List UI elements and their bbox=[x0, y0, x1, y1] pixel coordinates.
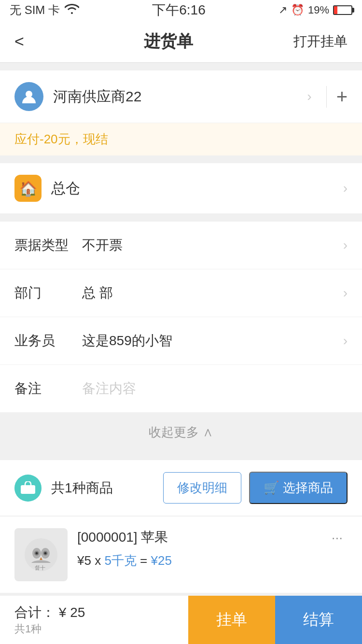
products-count: 共1种商品 bbox=[51, 479, 163, 497]
battery-icon bbox=[333, 5, 352, 15]
invoice-label: 票据类型 bbox=[14, 236, 82, 254]
salesman-chevron-icon: › bbox=[343, 333, 348, 349]
product-more-button[interactable]: ··· bbox=[327, 528, 348, 547]
total-amount: ¥ 25 bbox=[59, 605, 85, 620]
page-title: 进货单 bbox=[144, 30, 193, 53]
collapse-label: 收起更多 ∧ bbox=[149, 425, 213, 439]
bag-icon bbox=[20, 481, 36, 495]
remark-label: 备注 bbox=[14, 379, 82, 398]
equals-sign: = bbox=[140, 553, 151, 568]
carrier-label: 无 SIM 卡 bbox=[10, 2, 60, 18]
svg-point-7 bbox=[36, 552, 38, 555]
product-info: [0000001] 苹果 ¥5 x 5千克 = ¥25 bbox=[77, 528, 327, 569]
products-header: 共1种商品 修改明细 🛒 选择商品 bbox=[0, 460, 362, 516]
status-bar: 无 SIM 卡 下午6:16 ↗ ⏰ 19% bbox=[0, 0, 362, 20]
nav-bar: < 进货单 打开挂单 bbox=[0, 20, 362, 63]
total-section: 合计： ¥ 25 共1种 bbox=[0, 603, 188, 636]
salesman-value: 这是859的小智 bbox=[82, 332, 343, 350]
unit-price: ¥5 bbox=[77, 553, 91, 568]
checkout-button[interactable]: 结算 bbox=[275, 596, 362, 644]
person-icon bbox=[20, 88, 38, 105]
products-icon bbox=[14, 475, 42, 502]
collapse-bar[interactable]: 收起更多 ∧ bbox=[0, 412, 362, 452]
hang-button[interactable]: 挂单 bbox=[188, 596, 275, 644]
svg-rect-1 bbox=[21, 485, 35, 494]
invoice-value: 不开票 bbox=[82, 236, 343, 254]
warehouse-icon: 🏠 bbox=[14, 175, 42, 202]
salesman-label: 业务员 bbox=[14, 332, 82, 350]
add-supplier-button[interactable]: + bbox=[326, 86, 348, 108]
form-card: 票据类型 不开票 › 部门 总 部 › 业务员 这是859的小智 › 备注 备注… bbox=[0, 221, 362, 412]
warehouse-name: 总仓 bbox=[51, 179, 343, 198]
main-content: 河南供应商22 › + 应付-20元，现结 🏠 总仓 › 票据类型 不开票 › … bbox=[0, 70, 362, 641]
edit-detail-button[interactable]: 修改明细 bbox=[163, 472, 241, 504]
salesman-row[interactable]: 业务员 这是859的小智 › bbox=[0, 317, 362, 364]
department-label: 部门 bbox=[14, 284, 82, 302]
supplier-avatar bbox=[14, 82, 43, 111]
product-name: [0000001] 苹果 bbox=[77, 528, 327, 546]
total-label: 合计： bbox=[14, 605, 55, 620]
battery-percent: 19% bbox=[308, 4, 329, 16]
status-left: 无 SIM 卡 bbox=[10, 2, 79, 18]
select-product-label: 选择商品 bbox=[283, 479, 333, 496]
quantity: 5千克 bbox=[104, 553, 136, 568]
products-section: 共1种商品 修改明细 🛒 选择商品 督十 bbox=[0, 460, 362, 593]
warehouse-card[interactable]: 🏠 总仓 › bbox=[0, 163, 362, 213]
invoice-chevron-icon: › bbox=[343, 238, 348, 253]
supplier-card: 河南供应商22 › + 应付-20元，现结 bbox=[0, 70, 362, 155]
department-row[interactable]: 部门 总 部 › bbox=[0, 269, 362, 317]
svg-point-8 bbox=[44, 552, 47, 555]
notice-bar: 应付-20元，现结 bbox=[0, 123, 362, 155]
bottom-bar: 合计： ¥ 25 共1种 挂单 结算 bbox=[0, 596, 362, 644]
status-right: ↗ ⏰ 19% bbox=[278, 4, 352, 16]
select-icon: 🛒 bbox=[264, 480, 279, 495]
open-hang-button[interactable]: 打开挂单 bbox=[293, 32, 348, 51]
alarm-icon: ⏰ bbox=[291, 4, 304, 16]
product-thumbnail: 督十 bbox=[14, 528, 68, 581]
total-row: 合计： ¥ 25 bbox=[14, 603, 174, 622]
svg-text:督十: 督十 bbox=[35, 565, 45, 571]
svg-point-0 bbox=[26, 91, 32, 98]
product-title: 苹果 bbox=[141, 530, 168, 545]
wifi-icon bbox=[65, 3, 79, 17]
product-price: ¥5 x 5千克 = ¥25 bbox=[77, 552, 327, 569]
remark-row[interactable]: 备注 备注内容 bbox=[0, 364, 362, 412]
total-count: 共1种 bbox=[14, 622, 174, 636]
remark-input[interactable]: 备注内容 bbox=[82, 379, 348, 398]
warehouse-chevron-icon: › bbox=[343, 181, 348, 196]
department-chevron-icon: › bbox=[343, 285, 348, 301]
product-id: [0000001] bbox=[77, 530, 138, 545]
notice-text: 应付-20元，现结 bbox=[14, 132, 108, 146]
supplier-chevron-icon: › bbox=[307, 89, 311, 104]
location-icon: ↗ bbox=[278, 4, 287, 16]
department-value: 总 部 bbox=[82, 284, 343, 302]
product-item: 督十 [0000001] 苹果 ¥5 x 5千克 = ¥25 ··· bbox=[0, 516, 362, 593]
status-time: 下午6:16 bbox=[152, 1, 206, 19]
owl-logo: 督十 bbox=[24, 538, 58, 572]
supplier-name: 河南供应商22 bbox=[53, 87, 307, 107]
supplier-row[interactable]: 河南供应商22 › + bbox=[0, 70, 362, 123]
select-product-button[interactable]: 🛒 选择商品 bbox=[249, 472, 348, 504]
product-total: ¥25 bbox=[151, 553, 172, 568]
multiply-sign: x bbox=[95, 553, 104, 568]
back-button[interactable]: < bbox=[14, 32, 43, 51]
invoice-row[interactable]: 票据类型 不开票 › bbox=[0, 221, 362, 269]
warehouse-row[interactable]: 🏠 总仓 › bbox=[0, 163, 362, 213]
